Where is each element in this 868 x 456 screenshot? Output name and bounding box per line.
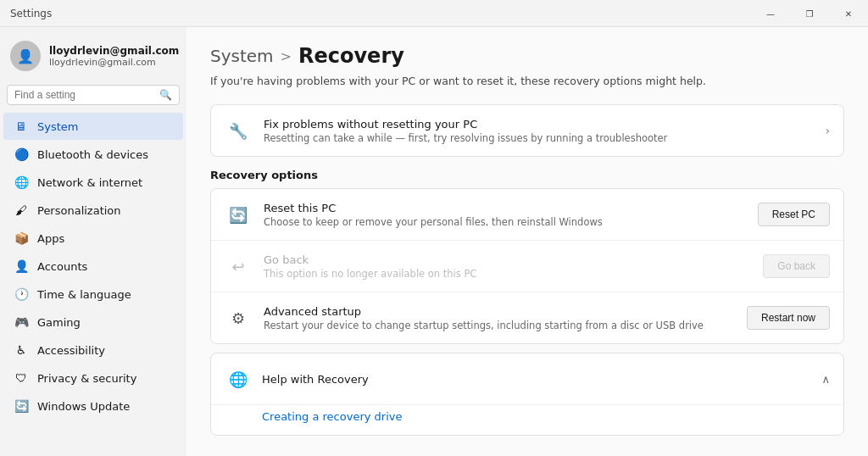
fix-problems-card[interactable]: 🔧 Fix problems without resetting your PC… bbox=[210, 104, 844, 157]
sidebar-item-time[interactable]: 🕐 Time & language bbox=[3, 281, 183, 308]
recovery-section-label: Recovery options bbox=[210, 169, 844, 181]
reset-pc-title: Reset this PC bbox=[264, 202, 746, 214]
reset-pc-text: Reset this PC Choose to keep or remove y… bbox=[264, 202, 746, 228]
apps-icon: 📦 bbox=[14, 231, 29, 246]
sidebar-item-system[interactable]: 🖥 System bbox=[3, 113, 183, 140]
go-back-text: Go back This option is no longer availab… bbox=[264, 253, 751, 280]
accounts-icon: 👤 bbox=[14, 259, 29, 274]
user-profile[interactable]: 👤 lloydrlevin@gmail.com lloydrlevin@gmai… bbox=[0, 34, 186, 85]
sidebar-item-label: System bbox=[37, 120, 78, 133]
go-back-title: Go back bbox=[264, 253, 751, 266]
privacy-icon: 🛡 bbox=[14, 370, 29, 386]
fix-problems-title: Fix problems without resetting your PC bbox=[264, 118, 813, 131]
help-recovery-title: Help with Recovery bbox=[262, 373, 811, 386]
recovery-options-card: 🔄 Reset this PC Choose to keep or remove… bbox=[210, 188, 844, 344]
sidebar-item-label: Privacy & security bbox=[37, 372, 136, 385]
reset-pc-icon: 🔄 bbox=[225, 201, 252, 228]
advanced-startup-row: ⚙ Advanced startup Restart your device t… bbox=[211, 292, 843, 343]
sidebar-item-update[interactable]: 🔄 Windows Update bbox=[3, 392, 183, 420]
user-email-secondary: lloydrlevin@gmail.com bbox=[49, 57, 179, 68]
reset-pc-button[interactable]: Reset PC bbox=[758, 203, 830, 226]
user-info: lloydrlevin@gmail.com lloydrlevin@gmail.… bbox=[49, 45, 179, 68]
help-recovery-icon: 🌐 bbox=[225, 365, 252, 392]
sidebar-item-label: Time & language bbox=[37, 288, 131, 301]
advanced-startup-title: Advanced startup bbox=[264, 305, 735, 318]
page-description: If you're having problems with your PC o… bbox=[210, 75, 844, 87]
go-back-row: ↩ Go back This option is no longer avail… bbox=[211, 240, 843, 292]
minimize-button[interactable]: — bbox=[751, 0, 790, 27]
sidebar-item-label: Apps bbox=[37, 232, 64, 245]
go-back-subtitle: This option is no longer available on th… bbox=[264, 268, 751, 280]
sidebar-item-apps[interactable]: 📦 Apps bbox=[3, 225, 183, 252]
breadcrumb-current: Recovery bbox=[298, 44, 404, 68]
sidebar-item-bluetooth[interactable]: 🔵 Bluetooth & devices bbox=[3, 141, 183, 168]
advanced-startup-icon: ⚙ bbox=[225, 304, 252, 331]
search-input[interactable] bbox=[14, 89, 154, 101]
help-recovery-chevron: ∧ bbox=[821, 373, 830, 386]
network-icon: 🌐 bbox=[14, 175, 29, 190]
reset-pc-subtitle: Choose to keep or remove your personal f… bbox=[264, 216, 746, 228]
update-icon: 🔄 bbox=[14, 398, 29, 414]
fix-problems-subtitle: Resetting can take a while — first, try … bbox=[264, 132, 813, 144]
search-box[interactable]: 🔍 bbox=[7, 85, 180, 105]
advanced-startup-text: Advanced startup Restart your device to … bbox=[264, 305, 735, 331]
sidebar-item-label: Windows Update bbox=[37, 400, 130, 413]
restart-now-button[interactable]: Restart now bbox=[747, 306, 830, 330]
sidebar-item-label: Network & internet bbox=[37, 176, 142, 189]
maximize-button[interactable]: ❐ bbox=[790, 0, 829, 27]
sidebar-item-personalization[interactable]: 🖌 Personalization bbox=[3, 197, 183, 224]
help-recovery-header[interactable]: 🌐 Help with Recovery ∧ bbox=[211, 353, 843, 404]
personalization-icon: 🖌 bbox=[14, 203, 29, 218]
sidebar-item-gaming[interactable]: 🎮 Gaming bbox=[3, 309, 183, 336]
sidebar-item-label: Personalization bbox=[37, 204, 121, 217]
fix-problems-icon: 🔧 bbox=[225, 117, 252, 144]
avatar: 👤 bbox=[10, 41, 41, 71]
user-email-primary: lloydrlevin@gmail.com bbox=[49, 45, 179, 57]
window-controls: — ❐ ✕ bbox=[751, 0, 868, 26]
sidebar-item-accessibility[interactable]: ♿ Accessibility bbox=[3, 336, 183, 364]
nav-container: 🖥 System 🔵 Bluetooth & devices 🌐 Network… bbox=[0, 112, 186, 420]
sidebar: 👤 lloydrlevin@gmail.com lloydrlevin@gmai… bbox=[0, 27, 186, 456]
time-icon: 🕐 bbox=[14, 286, 29, 302]
get-help-icon: 💬 bbox=[210, 453, 237, 456]
help-recovery-card[interactable]: 🌐 Help with Recovery ∧ Creating a recove… bbox=[210, 353, 844, 436]
main-content: System > Recovery If you're having probl… bbox=[186, 27, 868, 456]
sidebar-item-label: Gaming bbox=[37, 316, 81, 329]
go-back-icon: ↩ bbox=[225, 253, 252, 280]
sidebar-item-label: Bluetooth & devices bbox=[37, 148, 148, 161]
breadcrumb-parent: System bbox=[210, 46, 274, 66]
sidebar-item-label: Accounts bbox=[37, 260, 87, 273]
bluetooth-icon: 🔵 bbox=[14, 147, 29, 162]
help-recovery-text: Help with Recovery bbox=[262, 373, 811, 386]
titlebar: Settings — ❐ ✕ bbox=[0, 0, 868, 27]
creating-recovery-drive-link[interactable]: Creating a recovery drive bbox=[262, 410, 402, 423]
sidebar-item-accounts[interactable]: 👤 Accounts bbox=[3, 253, 183, 280]
help-recovery-content: Creating a recovery drive bbox=[211, 404, 843, 435]
go-back-button: Go back bbox=[763, 254, 830, 278]
sidebar-item-network[interactable]: 🌐 Network & internet bbox=[3, 169, 183, 196]
window-title: Settings bbox=[10, 8, 52, 19]
accessibility-icon: ♿ bbox=[14, 342, 29, 358]
get-help-row: 💬 Get help bbox=[210, 444, 844, 456]
reset-pc-row: 🔄 Reset this PC Choose to keep or remove… bbox=[211, 189, 843, 240]
close-button[interactable]: ✕ bbox=[829, 0, 868, 27]
breadcrumb: System > Recovery bbox=[210, 44, 844, 68]
system-icon: 🖥 bbox=[14, 119, 29, 134]
advanced-startup-subtitle: Restart your device to change startup se… bbox=[264, 320, 735, 331]
fix-problems-chevron: › bbox=[825, 124, 830, 137]
sidebar-item-privacy[interactable]: 🛡 Privacy & security bbox=[3, 364, 183, 392]
app-container: 👤 lloydrlevin@gmail.com lloydrlevin@gmai… bbox=[0, 27, 868, 456]
breadcrumb-separator: > bbox=[281, 48, 292, 64]
search-icon: 🔍 bbox=[159, 89, 172, 101]
fix-problems-text: Fix problems without resetting your PC R… bbox=[264, 118, 813, 144]
gaming-icon: 🎮 bbox=[14, 314, 29, 330]
sidebar-item-label: Accessibility bbox=[37, 344, 105, 357]
